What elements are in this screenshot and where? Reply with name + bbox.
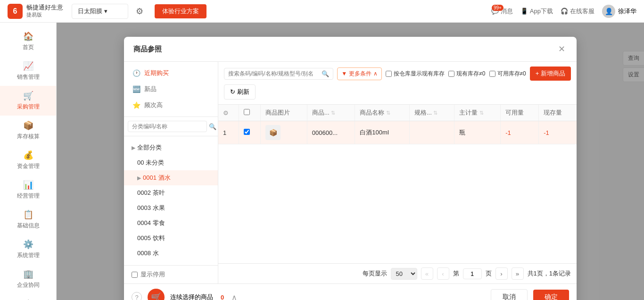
app-download-label: App下载 [530, 7, 553, 16]
more-filter-label: 更多条件 [349, 70, 372, 78]
dialog-close-button[interactable]: ✕ [556, 43, 567, 55]
cell-unit: 瓶 [454, 121, 501, 144]
category-item-0001[interactable]: ▶ 0001 酒水 [124, 170, 218, 185]
online-service-label: 在线客服 [570, 7, 594, 16]
display-disabled-checkbox[interactable] [132, 272, 138, 278]
frequent-icon: ⭐ [132, 101, 140, 109]
table-row[interactable]: 1 📦 000600... 白酒100ml 瓶 -1 [218, 121, 577, 144]
sidebar-label-purchase: 采购管理 [17, 103, 40, 111]
last-page-button[interactable]: » [512, 267, 524, 280]
category-item-all[interactable]: ▶ 全部分类 [124, 140, 218, 155]
col-unit-label: 主计量 [459, 109, 478, 116]
category-search-input[interactable] [128, 121, 207, 132]
online-service-item[interactable]: 🎧 在线客服 [561, 7, 594, 16]
collapse-arrow-icon[interactable]: ∧ [231, 293, 237, 300]
sidebar: 🏠 首页 📈 销售管理 🛒 采购管理 📦 库存核算 💰 资金管理 📊 经营管理 … [0, 23, 57, 300]
mobile-icon: 📱 [520, 8, 528, 15]
filter-nonzero-stock-checkbox[interactable]: 现有库存≠0 [448, 70, 485, 78]
sidebar-item-enterprise[interactable]: 🏢 企业协同 [0, 264, 56, 294]
category-item-0003[interactable]: 0003 水果 [124, 200, 218, 216]
filter-icon: ▼ [341, 70, 347, 77]
sidebar-item-inventory[interactable]: 📦 库存核算 [0, 116, 56, 145]
display-disabled-label: 显示停用 [140, 270, 165, 279]
inventory-icon: 📦 [23, 120, 33, 131]
sidebar-item-finance[interactable]: 💰 资金管理 [0, 145, 56, 175]
category-search-icon[interactable]: 🔍 [209, 123, 216, 130]
category-tree: ▶ 全部分类 00 未分类 ▶ 0001 酒水 0002 茶叶 [124, 136, 218, 265]
col-name-label: 商品名称 [360, 109, 384, 116]
category-item-00[interactable]: 00 未分类 [124, 155, 218, 170]
trial-button[interactable]: 体验行业方案 [155, 4, 206, 18]
confirm-button[interactable]: 确定 [533, 290, 569, 300]
page-size-select[interactable]: 50 10 20 100 [391, 268, 417, 280]
category-item-0008[interactable]: 0008 水 [124, 246, 218, 261]
selected-product-label: 连续选择的商品 [170, 293, 213, 300]
col-name-sort[interactable]: ⇅ [386, 110, 390, 116]
filter-nonzero-input[interactable] [448, 71, 454, 77]
page-prefix-label: 第 [453, 269, 459, 278]
filter-available-input[interactable] [489, 71, 495, 77]
sidebar-item-home[interactable]: 🏠 首页 [0, 26, 56, 56]
column-settings-icon[interactable]: ⚙ [223, 109, 229, 117]
cart-button[interactable]: 🛒 [148, 289, 165, 300]
first-page-button[interactable]: « [421, 267, 433, 280]
logo-icon: 6 [8, 4, 23, 19]
add-product-button[interactable]: + 新增商品 [530, 67, 571, 81]
sidebar-label-finance: 资金管理 [17, 162, 40, 170]
row-checkbox[interactable] [244, 129, 250, 135]
search-icon[interactable]: 🔍 [322, 70, 329, 77]
table-header-row: ⚙ 商品图片 商品... ⇅ 商品名称 ⇅ [218, 105, 577, 121]
dialog-right-panel: 🔍 ▼ 更多条件 ∧ 按仓库显示现有库存 [218, 62, 577, 283]
sidebar-label-operations: 经营管理 [17, 192, 40, 200]
system-icon: ⚙️ [23, 239, 33, 250]
category-item-0004[interactable]: 0004 零食 [124, 216, 218, 231]
left-tab-recent[interactable]: 🕐 近期购买 [128, 66, 214, 81]
next-page-button[interactable]: › [495, 267, 508, 280]
more-filter-button[interactable]: ▼ 更多条件 ∧ [337, 67, 382, 80]
left-tab-new-label: 新品 [144, 85, 157, 93]
left-tab-frequent[interactable]: ⭐ 频次高 [128, 98, 214, 113]
sidebar-item-basic[interactable]: 📋 基础信息 [0, 205, 56, 234]
category-item-0010[interactable]: 0010 家电 [124, 261, 218, 265]
filter-by-warehouse-checkbox[interactable]: 按仓库显示现有库存 [386, 70, 445, 78]
sidebar-item-operations[interactable]: 📊 经营管理 [0, 175, 56, 205]
sidebar-item-guide[interactable]: 🎓 新手引导 [0, 294, 56, 300]
category-item-0002[interactable]: 0002 茶叶 [124, 185, 218, 200]
cell-stock: -1 [539, 121, 577, 144]
cell-checkbox [239, 121, 261, 144]
prev-page-button[interactable]: ‹ [437, 267, 449, 280]
category-label-all: 全部分类 [137, 143, 162, 152]
col-spec-sort[interactable]: ⇅ [433, 110, 438, 116]
product-search-box: 🔍 [224, 68, 333, 80]
current-page-input[interactable] [463, 268, 482, 279]
user-avatar-area[interactable]: 👤 徐泽华 [602, 5, 636, 18]
left-tab-frequent-label: 频次高 [144, 101, 163, 109]
filter-available-nonzero-checkbox[interactable]: 可用库存≠0 [489, 70, 526, 78]
product-reference-dialog: 商品参照 ✕ 🕐 近期购买 🆕 新品 [124, 37, 577, 300]
category-label-0008: 0008 水 [137, 249, 159, 258]
sales-icon: 📈 [23, 61, 33, 71]
sidebar-item-purchase[interactable]: 🛒 采购管理 [0, 86, 56, 116]
app-download-item[interactable]: 📱 App下载 [520, 7, 553, 16]
store-selector[interactable]: 日太阳膜 ▾ [72, 4, 128, 19]
sidebar-item-system[interactable]: ⚙️ 系统管理 [0, 234, 56, 264]
operations-icon: 📊 [23, 180, 33, 190]
filter-warehouse-input[interactable] [386, 71, 392, 77]
product-search-input[interactable] [228, 70, 320, 77]
select-all-checkbox[interactable] [244, 109, 250, 115]
refresh-button[interactable]: ↻ 刷新 [224, 84, 256, 100]
messages-nav-item[interactable]: 💬 99+ 消息 [491, 7, 513, 16]
cancel-button[interactable]: 取消 [491, 289, 528, 300]
col-code-sort[interactable]: ⇅ [331, 110, 335, 116]
category-label-00: 00 未分类 [137, 158, 164, 167]
cell-available: -1 [501, 121, 539, 144]
col-unit-sort[interactable]: ⇅ [479, 110, 484, 116]
expand-arrow-0001: ▶ [137, 175, 141, 181]
help-icon[interactable]: ? [132, 292, 142, 300]
settings-icon[interactable]: ⚙ [132, 4, 147, 19]
sidebar-item-sales[interactable]: 📈 销售管理 [0, 56, 56, 86]
category-label-0002: 0002 茶叶 [137, 189, 165, 197]
category-item-0005[interactable]: 0005 饮料 [124, 231, 218, 246]
left-tab-new[interactable]: 🆕 新品 [128, 82, 214, 97]
col-checkbox [239, 105, 261, 121]
